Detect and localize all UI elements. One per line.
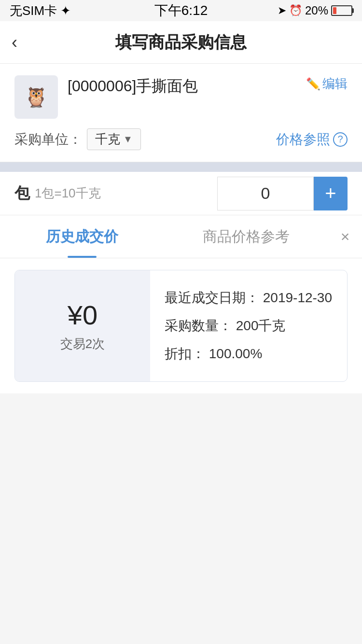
edit-label: 编辑	[322, 75, 348, 92]
nav-bar: ‹ 填写商品采购信息	[0, 21, 362, 64]
tab-price-ref-label: 商品价格参考	[203, 227, 290, 247]
panel-close-button[interactable]: ×	[328, 215, 362, 258]
price-reference-button[interactable]: 价格参照 ?	[276, 130, 348, 149]
back-button[interactable]: ‹	[12, 32, 17, 53]
alarm-icon: ⏰	[289, 4, 302, 17]
quantity-plus-button[interactable]: +	[314, 177, 348, 210]
history-summary: ¥0 交易2次	[15, 270, 150, 381]
product-name: [0000006]手撕面包	[68, 75, 296, 97]
quantity-controls: 0 +	[217, 177, 348, 210]
product-header: 🦉 [0000006]手撕面包 ✏️ 编辑	[14, 75, 348, 119]
tab-product-price-ref[interactable]: 商品价格参考	[164, 215, 328, 258]
history-card: ¥0 交易2次 最近成交日期： 2019-12-30 采购数量： 200千克 折…	[14, 270, 348, 382]
product-thumbnail: 🦉	[14, 75, 58, 119]
battery-percent: 20%	[305, 4, 328, 17]
quantity-row: 包 1包=10千克 0 +	[0, 172, 362, 215]
plus-icon: +	[325, 182, 336, 204]
discount-value: 100.00%	[209, 346, 263, 361]
page-title: 填写商品采购信息	[115, 31, 247, 54]
edit-button[interactable]: ✏️ 编辑	[296, 75, 348, 92]
history-date-row: 最近成交日期： 2019-12-30	[165, 288, 333, 308]
unit-badge: 包	[14, 183, 30, 204]
help-icon: ?	[333, 132, 348, 147]
history-quantity-row: 采购数量： 200千克	[165, 316, 333, 336]
status-bar: 无SIM卡 ✦ 下午6:12 ➤ ⏰ 20%	[0, 0, 362, 21]
tab-bar: 历史成交价 商品价格参考 ×	[0, 215, 362, 258]
date-label: 最近成交日期：	[165, 290, 259, 305]
quantity-label: 采购数量：	[165, 318, 232, 333]
quantity-unit-info: 包 1包=10千克	[14, 183, 101, 204]
unit-conversion: 1包=10千克	[35, 185, 101, 202]
unit-select-dropdown[interactable]: 千克 ▼	[87, 128, 141, 150]
history-details: 最近成交日期： 2019-12-30 采购数量： 200千克 折扣： 100.0…	[150, 270, 347, 381]
edit-icon: ✏️	[306, 77, 320, 91]
quantity-detail-value: 200千克	[236, 318, 286, 333]
history-discount-row: 折扣： 100.00%	[165, 344, 333, 364]
carrier-text: 无SIM卡 ✦	[10, 2, 71, 19]
battery-indicator	[331, 5, 352, 16]
tab-history-price[interactable]: 历史成交价	[0, 215, 164, 258]
product-logo-icon: 🦉	[24, 86, 48, 109]
bottom-panel: 历史成交价 商品价格参考 × ¥0 交易2次 最近成交日期： 2019-12-3…	[0, 215, 362, 393]
product-name-wrap: [0000006]手撕面包	[68, 75, 296, 97]
unit-label: 采购单位：	[14, 130, 82, 149]
history-trades: 交易2次	[60, 336, 105, 352]
dropdown-arrow-icon: ▼	[123, 134, 133, 145]
status-carrier: 无SIM卡 ✦	[10, 2, 71, 19]
tab-history-label: 历史成交价	[46, 227, 118, 247]
status-time: 下午6:12	[154, 1, 208, 20]
status-right: ➤ ⏰ 20%	[278, 4, 352, 17]
discount-label: 折扣：	[165, 346, 205, 361]
history-content: ¥0 交易2次 最近成交日期： 2019-12-30 采购数量： 200千克 折…	[0, 258, 362, 393]
price-ref-label: 价格参照	[276, 130, 330, 149]
date-value: 2019-12-30	[263, 290, 332, 305]
location-icon: ➤	[278, 4, 286, 17]
product-info: 🦉 [0000006]手撕面包	[14, 75, 296, 119]
quantity-input[interactable]: 0	[217, 177, 314, 210]
section-divider	[0, 162, 362, 172]
unit-value: 千克	[95, 131, 120, 148]
product-card: 🦉 [0000006]手撕面包 ✏️ 编辑 采购单位： 千克 ▼ 价格参照 ?	[0, 64, 362, 162]
quantity-value: 0	[261, 184, 270, 203]
history-price: ¥0	[68, 299, 97, 331]
product-unit-row: 采购单位： 千克 ▼ 价格参照 ?	[14, 128, 348, 150]
close-icon: ×	[341, 228, 350, 246]
